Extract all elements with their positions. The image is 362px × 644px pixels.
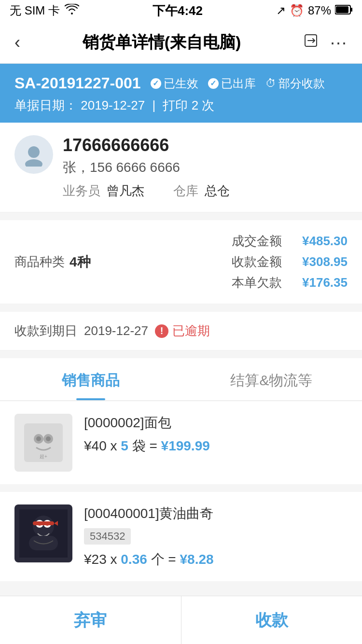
svg-point-5: [25, 159, 42, 167]
owed-row: 本单欠款 ¥176.35: [232, 274, 348, 291]
product-thumbnail-2: [14, 504, 72, 562]
product-total-2: ¥8.28: [180, 552, 213, 567]
wifi-icon: [65, 4, 79, 17]
owl-image: [14, 504, 72, 562]
product-total-1: ¥199.99: [161, 438, 210, 453]
nav-right[interactable]: ···: [303, 32, 348, 53]
status-left: 无 SIM 卡: [10, 3, 79, 18]
product-info-2: [000400001]黄油曲奇 534532 ¥23 x 0.36 个 = ¥8…: [84, 504, 348, 569]
share-icon[interactable]: [303, 33, 319, 52]
status-badge-shipped: ✓ 已出库: [208, 76, 256, 91]
overdue-badge: ! 已逾期: [155, 322, 210, 339]
product-price-1: ¥40 x 5 袋 = ¥199.99: [84, 437, 348, 455]
tab-bar: 销售商品 结算&物流等: [0, 358, 362, 401]
amount-row: 成交金额 ¥485.30: [232, 233, 348, 250]
avatar: [14, 135, 53, 174]
product-name-2: [000400001]黄油曲奇: [84, 504, 348, 523]
svg-rect-2: [336, 6, 348, 13]
overdue-icon: !: [155, 324, 168, 338]
svg-point-4: [28, 146, 40, 158]
order-number: SA-20191227-001: [14, 74, 141, 92]
svg-rect-1: [351, 8, 352, 12]
cancel-review-button[interactable]: 弃审: [0, 596, 181, 644]
due-section: 收款到期日 2019-12-27 ! 已逾期: [0, 312, 362, 350]
header-band: SA-20191227-001 ✓ 已生效 ✓ 已出库 ⏱ 部分收款 单据日期：…: [0, 64, 362, 123]
warehouse-value: 总仓: [205, 183, 230, 198]
salesperson-field: 业务员 曾凡杰: [63, 182, 144, 199]
customer-meta: 业务员 曾凡杰 仓库 总仓: [63, 182, 348, 199]
customer-info: 17666666666 张，156 6666 6666 业务员 曾凡杰 仓库 总…: [63, 135, 348, 199]
bottom-bar: 弃审 收款: [0, 596, 362, 644]
page-title: 销货单详情(来自电脑): [83, 31, 241, 54]
svg-rect-19: [33, 521, 54, 525]
nav-bar: ‹ 销货单详情(来自电脑) ···: [0, 21, 362, 64]
status-badge-partial: ⏱ 部分收款: [265, 76, 325, 91]
svg-point-13: [33, 516, 54, 537]
product-thumbnail-1: 超+: [14, 414, 72, 472]
type-count: 4种: [70, 253, 91, 271]
status-bar: 无 SIM 卡 下午4:42 ↗ ⏰ 87%: [0, 0, 362, 21]
back-button[interactable]: ‹: [14, 32, 20, 53]
location-icon: ↗: [276, 4, 286, 17]
nav-left[interactable]: ‹: [14, 32, 20, 53]
more-icon[interactable]: ···: [330, 32, 348, 53]
product-sku-2: 534532: [84, 528, 131, 545]
product-info-1: [0000002]面包 ¥40 x 5 袋 = ¥199.99: [84, 414, 348, 455]
owed-value: ¥176.35: [290, 275, 348, 290]
status-badge-effective: ✓ 已生效: [151, 76, 198, 91]
svg-text:超+: 超+: [40, 454, 47, 459]
amount-info: 成交金额 ¥485.30 收款金额 ¥308.95 本单欠款 ¥176.35: [232, 233, 348, 291]
battery-label: 87%: [308, 4, 331, 17]
status-right: ↗ ⏰ 87%: [276, 4, 352, 17]
svg-rect-18: [29, 536, 58, 550]
product-qty-1: 5: [121, 438, 128, 453]
alarm-icon: ⏰: [290, 4, 304, 17]
product-name-1: [0000002]面包: [84, 414, 348, 432]
customer-name: 张，156 6666 6666: [63, 158, 348, 177]
list-item[interactable]: 超+ [0000002]面包 ¥40 x 5 袋 = ¥199.99: [0, 401, 362, 484]
customer-section: 17666666666 张，156 6666 6666 业务员 曾凡杰 仓库 总…: [0, 123, 362, 212]
received-row: 收款金额 ¥308.95: [232, 253, 348, 270]
summary-section: 商品种类 4种 成交金额 ¥485.30 收款金额 ¥308.95 本单欠款 ¥…: [0, 220, 362, 304]
svg-point-9: [36, 436, 41, 441]
carrier-label: 无 SIM 卡: [10, 3, 60, 18]
received-value: ¥308.95: [290, 254, 348, 269]
warehouse-field: 仓库 总仓: [173, 182, 230, 199]
list-item[interactable]: [000400001]黄油曲奇 534532 ¥23 x 0.36 个 = ¥8…: [0, 492, 362, 581]
product-type-info: 商品种类 4种: [14, 233, 91, 291]
tab-settlement[interactable]: 结算&物流等: [181, 358, 362, 400]
product-price-2: ¥23 x 0.36 个 = ¥8.28: [84, 550, 348, 569]
payment-button[interactable]: 收款: [181, 596, 362, 644]
order-date-row: 单据日期： 2019-12-27 | 打印 2 次: [14, 97, 348, 114]
battery-icon: [335, 4, 352, 17]
tab-sales-products[interactable]: 销售商品: [0, 358, 181, 400]
customer-id: 17666666666: [63, 135, 348, 155]
svg-point-10: [46, 436, 51, 441]
salesperson-value: 曾凡杰: [107, 183, 144, 198]
status-time: 下午4:42: [153, 2, 203, 19]
amount-value: ¥485.30: [290, 234, 348, 249]
product-qty-2: 0.36: [121, 552, 147, 567]
